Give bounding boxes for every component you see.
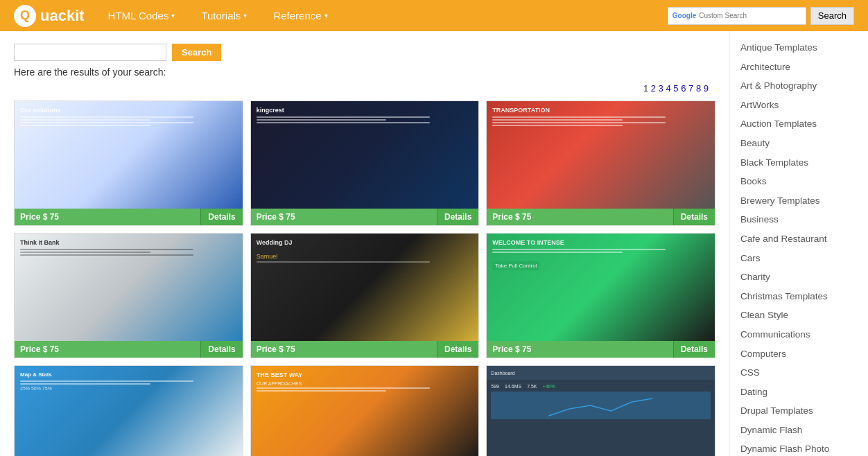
sidebar: Antique TemplatesArchitectureArt & Photo… bbox=[729, 31, 868, 456]
pagination-page-5[interactable]: 5 bbox=[673, 83, 678, 94]
template-thumbnail-4: Think it Bank bbox=[15, 234, 243, 341]
grid-item-5: Wedding DJ Samuel Price $ 75 Details bbox=[250, 233, 480, 358]
sub-search-bar: Search bbox=[14, 38, 715, 67]
template-thumbnail-8: THE BEST WAY OUR APPROACHES bbox=[251, 366, 479, 456]
nav-html-codes[interactable]: HTML Codes ▾ bbox=[105, 0, 178, 31]
grid-item-footer-1: Price $ 75 Details bbox=[15, 209, 243, 225]
sidebar-item-12[interactable]: Charity bbox=[740, 268, 858, 287]
details-link-5[interactable]: Details bbox=[437, 341, 478, 358]
sidebar-item-9[interactable]: Business bbox=[740, 210, 858, 229]
main-content: Search Here are the results of your sear… bbox=[0, 31, 729, 456]
grid-item-2: kingcrest Price $ 75 Details bbox=[250, 100, 480, 226]
chevron-down-icon: ▾ bbox=[243, 12, 247, 19]
pagination-page-3[interactable]: 3 bbox=[659, 83, 663, 94]
pagination-page-7[interactable]: 7 bbox=[688, 83, 693, 94]
sidebar-item-10[interactable]: Cafe and Restaurant bbox=[740, 229, 858, 249]
pagination-page-2[interactable]: 2 bbox=[651, 83, 656, 94]
chevron-down-icon: ▾ bbox=[171, 12, 175, 19]
grid-item-footer-4: Price $ 75 Details bbox=[15, 341, 243, 358]
price-tag-4: Price $ 75 bbox=[15, 341, 200, 358]
logo[interactable]: Q uackit bbox=[14, 5, 85, 27]
grid-item-footer-6: Price $ 75 Details bbox=[487, 341, 715, 358]
template-thumbnail-9: Dashboard 59914.6MS7.5K+46% bbox=[487, 366, 715, 456]
price-tag-6: Price $ 75 bbox=[487, 341, 672, 358]
pagination-page-4[interactable]: 4 bbox=[666, 83, 670, 94]
grid-item-3: TRANSPORTATION Price $ 75 Details bbox=[486, 100, 715, 226]
template-thumbnail-7: Map & Stats 25% 50% 75% bbox=[15, 366, 243, 456]
nav-tutorials[interactable]: Tutorials ▾ bbox=[198, 0, 250, 31]
price-tag-3: Price $ 75 bbox=[487, 209, 672, 225]
header: Q uackit HTML Codes ▾ Tutorials ▾ Refere… bbox=[0, 0, 868, 31]
sidebar-item-18[interactable]: Dating bbox=[740, 383, 858, 402]
template-thumbnail-3: TRANSPORTATION bbox=[487, 101, 715, 209]
sidebar-item-7[interactable]: Books bbox=[740, 172, 858, 191]
details-link-2[interactable]: Details bbox=[437, 209, 478, 225]
custom-search-box: Google Custom Search bbox=[668, 7, 806, 25]
header-search: Google Custom Search Search bbox=[668, 7, 854, 25]
logo-q-icon: Q bbox=[14, 5, 36, 27]
sidebar-item-2[interactable]: Art & Photography bbox=[740, 76, 858, 96]
details-link-6[interactable]: Details bbox=[673, 341, 715, 358]
grid-item-footer-5: Price $ 75 Details bbox=[251, 341, 479, 358]
grid-item-7: Map & Stats 25% 50% 75% bbox=[14, 365, 243, 456]
details-link-1[interactable]: Details bbox=[200, 209, 242, 225]
grid-item-4: Think it Bank Price $ 75 Details bbox=[14, 233, 243, 358]
grid-item-footer-2: Price $ 75 Details bbox=[251, 209, 479, 225]
pagination-page-8[interactable]: 8 bbox=[696, 83, 701, 94]
page-body: Search Here are the results of your sear… bbox=[0, 31, 868, 456]
details-link-3[interactable]: Details bbox=[673, 209, 715, 225]
sidebar-item-15[interactable]: Communications bbox=[740, 325, 858, 344]
price-tag-1: Price $ 75 bbox=[15, 209, 200, 225]
template-thumbnail-6: WELCOME TO INTENSE Take Full Control bbox=[487, 234, 715, 341]
results-text: Here are the results of your search: bbox=[14, 67, 715, 78]
sidebar-item-5[interactable]: Beauty bbox=[740, 134, 858, 153]
pagination: 1 2 3 4 5 6 7 8 9 bbox=[14, 83, 715, 94]
sidebar-item-3[interactable]: ArtWorks bbox=[740, 96, 858, 115]
sidebar-item-11[interactable]: Cars bbox=[740, 249, 858, 268]
pagination-page-6[interactable]: 6 bbox=[681, 83, 686, 94]
header-search-button[interactable]: Search bbox=[810, 7, 854, 25]
template-thumbnail-2: kingcrest bbox=[251, 101, 479, 209]
sidebar-item-17[interactable]: CSS bbox=[740, 363, 858, 383]
price-tag-5: Price $ 75 bbox=[251, 341, 437, 358]
sidebar-item-14[interactable]: Clean Style bbox=[740, 306, 858, 325]
grid-item-8: THE BEST WAY OUR APPROACHES bbox=[250, 365, 480, 456]
sidebar-item-6[interactable]: Black Templates bbox=[740, 153, 858, 173]
grid-item-9: Dashboard 59914.6MS7.5K+46% bbox=[486, 365, 715, 456]
sidebar-item-21[interactable]: Dynamic Flash Photo Galleries bbox=[740, 439, 858, 456]
sidebar-item-4[interactable]: Auction Templates bbox=[740, 114, 858, 134]
sidebar-item-20[interactable]: Dynamic Flash bbox=[740, 421, 858, 440]
results-grid: Our solutions Price $ 75 Details kingcre… bbox=[14, 100, 715, 456]
template-thumbnail-5: Wedding DJ Samuel bbox=[251, 234, 479, 341]
custom-search-label: Custom Search bbox=[699, 12, 747, 19]
sidebar-item-19[interactable]: Drupal Templates bbox=[740, 401, 858, 421]
google-logo: Google bbox=[672, 12, 696, 19]
logo-text: uackit bbox=[40, 7, 85, 25]
pagination-page-9[interactable]: 9 bbox=[704, 83, 709, 94]
grid-item-1: Our solutions Price $ 75 Details bbox=[14, 100, 243, 226]
price-tag-2: Price $ 75 bbox=[251, 209, 437, 225]
pagination-label: 1 bbox=[643, 83, 651, 94]
sidebar-item-0[interactable]: Antique Templates bbox=[740, 38, 858, 58]
template-thumbnail-1: Our solutions bbox=[15, 101, 243, 209]
chevron-down-icon: ▾ bbox=[324, 12, 328, 19]
details-link-4[interactable]: Details bbox=[200, 341, 242, 358]
grid-item-footer-3: Price $ 75 Details bbox=[487, 209, 715, 225]
sidebar-item-1[interactable]: Architecture bbox=[740, 58, 858, 77]
sidebar-item-8[interactable]: Brewery Templates bbox=[740, 191, 858, 211]
sidebar-item-13[interactable]: Christmas Templates bbox=[740, 287, 858, 306]
sub-search-button[interactable]: Search bbox=[172, 44, 221, 61]
grid-item-6: WELCOME TO INTENSE Take Full Control Pri… bbox=[486, 233, 715, 358]
nav-reference[interactable]: Reference ▾ bbox=[270, 0, 330, 31]
sub-search-input[interactable] bbox=[14, 44, 166, 61]
sidebar-item-16[interactable]: Computers bbox=[740, 344, 858, 364]
